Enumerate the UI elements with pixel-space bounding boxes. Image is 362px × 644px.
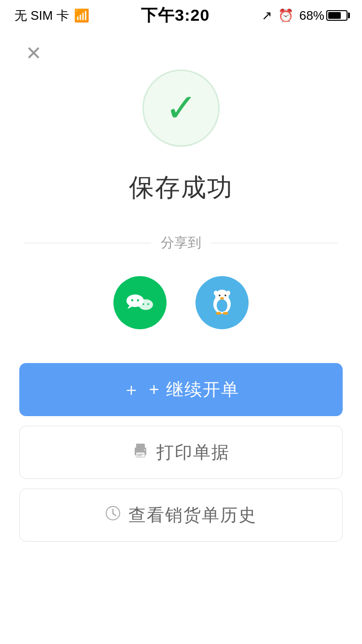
alarm-icon: ⏰: [278, 8, 293, 23]
location-icon: ↗: [262, 8, 272, 23]
svg-point-5: [147, 303, 149, 305]
battery-indicator: 68%: [299, 8, 348, 23]
plus-icon: ＋: [123, 378, 141, 402]
svg-line-27: [113, 514, 116, 516]
success-title: 保存成功: [129, 171, 233, 205]
print-button[interactable]: 打印单据: [19, 426, 343, 479]
share-icons: [113, 276, 249, 329]
svg-point-12: [219, 294, 221, 296]
svg-point-14: [220, 297, 224, 300]
svg-rect-23: [137, 455, 142, 456]
status-right: ↗ ⏰ 68%: [262, 8, 348, 23]
continue-order-button[interactable]: ＋ + 继续开单: [19, 363, 343, 416]
success-circle: ✓: [142, 70, 220, 147]
view-history-button[interactable]: 查看销货单历史: [19, 489, 343, 542]
main-content: ✓ 保存成功 分享到: [0, 31, 362, 542]
divider-line-left: [24, 243, 151, 243]
share-divider: 分享到: [0, 234, 362, 252]
close-icon: ✕: [26, 43, 42, 63]
printer-icon: [132, 443, 149, 462]
print-label: 打印单据: [156, 441, 230, 464]
svg-point-13: [224, 294, 226, 296]
svg-rect-22: [137, 454, 144, 455]
svg-point-1: [139, 299, 153, 310]
svg-point-17: [216, 312, 222, 315]
svg-point-15: [214, 291, 218, 295]
svg-point-16: [226, 291, 230, 295]
svg-point-3: [137, 299, 139, 301]
wifi-icon: 📶: [74, 8, 89, 23]
wechat-icon: [125, 287, 155, 318]
svg-point-24: [144, 449, 146, 451]
status-left: 无 SIM 卡 📶: [14, 7, 89, 24]
divider-line-right: [211, 243, 338, 243]
wechat-share-button[interactable]: [113, 276, 167, 329]
history-label: 查看销货单历史: [128, 504, 257, 527]
buttons-section: ＋ + 继续开单 打印单据: [0, 363, 362, 542]
battery-icon: [326, 10, 348, 21]
svg-rect-20: [136, 444, 145, 448]
no-sim-label: 无 SIM 卡: [14, 7, 69, 24]
share-label: 分享到: [151, 234, 211, 252]
qq-share-button[interactable]: [195, 276, 249, 329]
checkmark-icon: ✓: [165, 89, 197, 127]
continue-order-label: + 继续开单: [149, 378, 239, 402]
qq-icon: [208, 287, 236, 318]
close-button[interactable]: ✕: [19, 39, 48, 68]
clock-icon: [105, 505, 121, 525]
status-bar: 无 SIM 卡 📶 下午3:20 ↗ ⏰ 68%: [0, 0, 362, 31]
svg-point-2: [131, 299, 133, 301]
svg-point-9: [217, 299, 227, 312]
svg-point-4: [142, 303, 144, 305]
status-time: 下午3:20: [141, 4, 209, 27]
battery-percent: 68%: [299, 8, 324, 23]
svg-point-18: [223, 312, 228, 315]
